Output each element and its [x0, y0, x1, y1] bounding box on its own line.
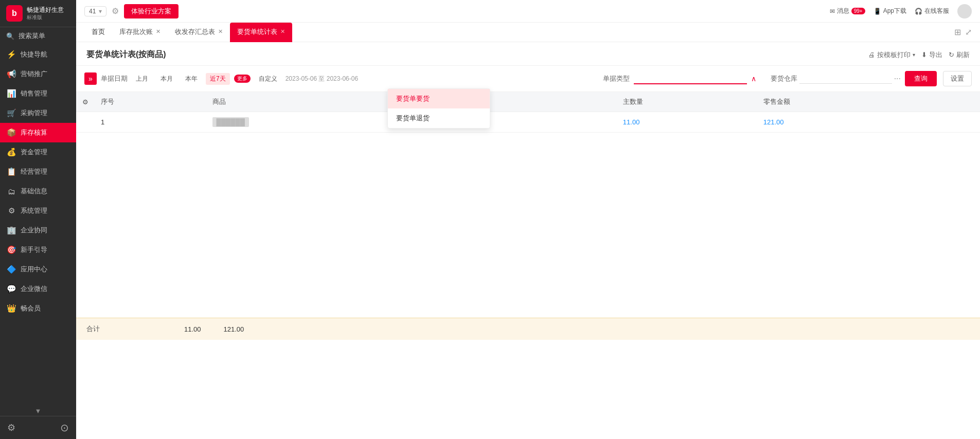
sidebar-item-enterprise[interactable]: 🏢 企业协同 [0, 221, 76, 240]
dropdown-item-order-goods[interactable]: 要货单要货 [388, 89, 490, 108]
type-filter-chevron-icon[interactable]: ∧ [751, 75, 756, 83]
filter-expand-btn[interactable]: » [84, 72, 97, 85]
date-btn-7days[interactable]: 近7天 [206, 73, 230, 85]
content-spacer [76, 133, 980, 318]
sidebar-item-vip[interactable]: 👑 畅会员 [0, 299, 76, 318]
online-service-btn[interactable]: 🎧 在线客服 [915, 7, 949, 15]
date-btn-up[interactable]: 上月 [132, 73, 152, 85]
page-title: 要货单统计表(按商品) [86, 49, 166, 60]
table-cell-amount[interactable]: 121.00 [757, 112, 926, 133]
tab-collect-summary[interactable]: 收发存汇总表 ✕ [168, 23, 230, 42]
date-filter-group: 单据日期 上月 本月 本年 近7天 更多 自定义 [101, 73, 281, 85]
tab-fullscreen-icon[interactable]: ⤢ [965, 27, 972, 37]
filter-expand-icon: » [88, 75, 93, 83]
print-btn[interactable]: 🖨 按模板打印 ▾ [868, 50, 915, 60]
date-btn-current[interactable]: 本月 [156, 73, 177, 85]
topbar-settings-icon[interactable]: ⚙ [112, 6, 119, 16]
sidebar-item-guide[interactable]: 🎯 新手引导 [0, 240, 76, 260]
date-btn-year[interactable]: 本年 [181, 73, 202, 85]
purchase-label: 采购管理 [21, 108, 47, 118]
tab-home[interactable]: 首页 [84, 23, 112, 42]
basic-info-label: 基础信息 [21, 187, 47, 196]
sidebar-item-system[interactable]: ⚙ 系统管理 [0, 201, 76, 221]
type-filter-group: 单据类型 ∧ [603, 74, 756, 84]
system-icon: ⚙ [6, 206, 16, 215]
sidebar-item-operations[interactable]: 📋 经营管理 [0, 162, 76, 181]
tab-order-stats-close[interactable]: ✕ [280, 28, 285, 35]
app-download-btn[interactable]: 📱 App下载 [874, 7, 906, 15]
marketing-icon: 📢 [6, 69, 16, 79]
table-header-row: ⚙ 序号 商品 主计量单位 主数量 零售金额 [76, 92, 980, 112]
guide-icon: 🎯 [6, 245, 16, 254]
app-download-icon: 📱 [874, 8, 881, 15]
warehouse-filter-input[interactable] [799, 74, 892, 84]
sidebar-item-sales[interactable]: 📊 销售管理 [0, 84, 76, 103]
inventory-icon: 📦 [6, 128, 16, 137]
vip-icon: 👑 [6, 304, 16, 313]
sidebar-item-purchase[interactable]: 🛒 采购管理 [0, 103, 76, 123]
tab-order-stats-label: 要货单统计表 [237, 27, 277, 36]
vip-label: 畅会员 [21, 304, 41, 313]
export-icon: ⬇ [921, 51, 927, 59]
filter-settings-btn[interactable]: 设置 [943, 71, 972, 86]
table-col-amount: 零售金额 [757, 92, 926, 112]
summary-label: 合计 [86, 324, 100, 334]
online-service-label: 在线客服 [924, 7, 949, 15]
sidebar-settings-icon[interactable]: ⚙ [7, 422, 15, 433]
date-range-display: 2023-05-06 至 2023-06-06 [286, 75, 358, 83]
tabbar: 首页 库存批次账 ✕ 收发存汇总表 ✕ 要货单统计表 ✕ ⊞ ⤢ [76, 23, 980, 42]
tab-inventory-batch-close[interactable]: ✕ [156, 28, 161, 35]
table-cell-qty[interactable]: 11.00 [617, 112, 757, 133]
date-more-badge[interactable]: 更多 [234, 75, 251, 83]
tab-inventory-batch[interactable]: 库存批次账 ✕ [112, 23, 168, 42]
trial-btn[interactable]: 体验行业方案 [124, 4, 179, 19]
print-icon: 🖨 [868, 51, 875, 59]
app-subtitle: 标准版 [27, 14, 64, 21]
finance-label: 资金管理 [21, 148, 47, 157]
enterprise-label: 企业协同 [21, 226, 47, 235]
search-menu[interactable]: 🔍 搜索菜单 [0, 27, 76, 45]
tab-order-stats[interactable]: 要货单统计表 ✕ [230, 23, 292, 42]
date-btn-custom[interactable]: 自定义 [255, 73, 281, 85]
warehouse-filter-dots[interactable]: ··· [894, 74, 901, 83]
tab-expand-icon[interactable]: ⊞ [954, 27, 961, 37]
page-header: 要货单统计表(按商品) 🖨 按模板打印 ▾ ⬇ 导出 ↻ 刷新 [76, 42, 980, 66]
sidebar-item-quick-nav[interactable]: ⚡ 快捷导航 [0, 45, 76, 64]
sidebar-item-inventory[interactable]: 📦 库存核算 [0, 123, 76, 142]
avatar[interactable] [957, 4, 972, 19]
dropdown-item-order-goods-label: 要货单要货 [396, 95, 430, 102]
tab-collect-summary-close[interactable]: ✕ [218, 28, 223, 35]
page-container: 要货单统计表(按商品) 🖨 按模板打印 ▾ ⬇ 导出 ↻ 刷新 [76, 42, 980, 439]
sidebar-item-app-center[interactable]: 🔷 应用中心 [0, 260, 76, 279]
basic-info-icon: 🗂 [6, 187, 16, 196]
sidebar-collapse-icon[interactable]: ⊙ [60, 422, 69, 434]
print-label: 按模板打印 [877, 50, 911, 60]
sidebar-item-wechat[interactable]: 💬 企业微信 [0, 279, 76, 299]
search-icon: 🔍 [6, 32, 14, 40]
app-center-label: 应用中心 [21, 265, 47, 274]
app-download-label: App下载 [883, 7, 906, 15]
online-service-icon: 🎧 [915, 8, 922, 15]
sidebar-scroll-down[interactable]: ▼ [0, 406, 76, 416]
main-content: 41 ▾ ⚙ 体验行业方案 ✉ 消息 99+ 📱 App下载 🎧 在线客服 [76, 0, 980, 439]
sidebar-item-finance[interactable]: 💰 资金管理 [0, 142, 76, 162]
message-btn[interactable]: ✉ 消息 99+ [830, 7, 865, 15]
table-col-gear[interactable]: ⚙ [76, 92, 95, 112]
query-btn[interactable]: 查询 [905, 71, 937, 86]
dropdown-item-order-return[interactable]: 要货单退货 [388, 108, 490, 128]
app-title: 畅捷通好生意 [27, 6, 64, 14]
search-label: 搜索菜单 [19, 31, 45, 41]
page-actions: 🖨 按模板打印 ▾ ⬇ 导出 ↻ 刷新 [868, 50, 970, 60]
company-chevron-icon: ▾ [99, 8, 102, 15]
sales-icon: 📊 [6, 89, 16, 98]
enterprise-icon: 🏢 [6, 226, 16, 235]
tabbar-right: ⊞ ⤢ [954, 27, 972, 37]
print-chevron-icon: ▾ [913, 52, 915, 58]
export-btn[interactable]: ⬇ 导出 [921, 50, 942, 60]
company-selector[interactable]: 41 ▾ [84, 6, 106, 16]
sidebar-item-marketing[interactable]: 📢 营销推广 [0, 64, 76, 84]
sidebar-item-basic-info[interactable]: 🗂 基础信息 [0, 181, 76, 201]
type-filter-input[interactable] [634, 74, 747, 84]
export-label: 导出 [929, 50, 942, 60]
refresh-btn[interactable]: ↻ 刷新 [949, 50, 970, 60]
